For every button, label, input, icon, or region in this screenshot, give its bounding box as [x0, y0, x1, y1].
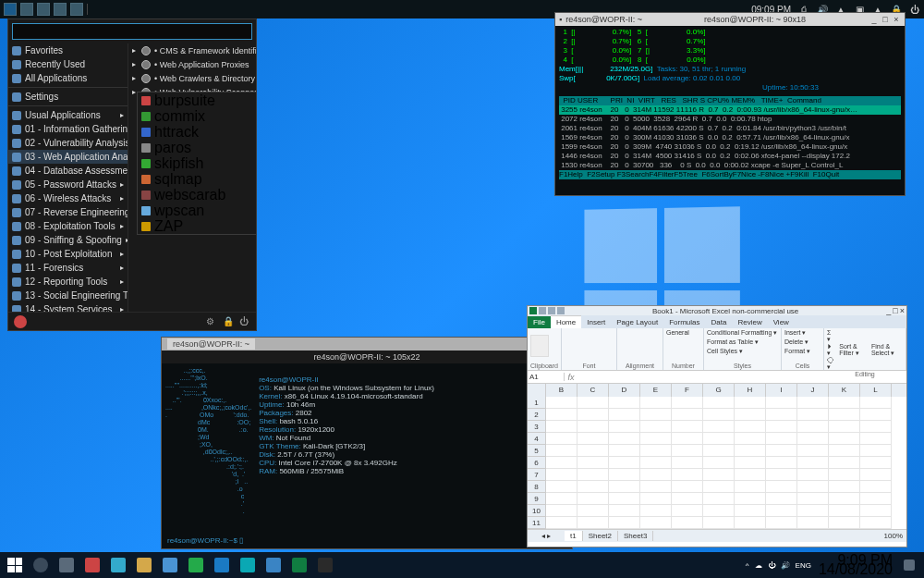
process-row[interactable]: 1599 re4son 20 0 309M 4740 31036 S 0.0 0…	[559, 142, 901, 152]
ribbon-tab[interactable]: Data	[706, 316, 733, 328]
cell[interactable]	[735, 445, 766, 457]
cell[interactable]	[578, 409, 609, 421]
cell[interactable]	[703, 433, 735, 445]
spreadsheet-grid[interactable]: BCDEFGHIJKL 1234567891011	[528, 384, 906, 529]
cell[interactable]	[703, 505, 735, 517]
cell[interactable]	[860, 481, 892, 493]
save-icon[interactable]	[539, 307, 546, 314]
cell[interactable]	[860, 457, 892, 469]
cell[interactable]	[578, 433, 609, 445]
process-row[interactable]: 1530 re4son 20 0 30700 336 0 S 0.0 0.0 0…	[559, 161, 901, 170]
cell[interactable]	[640, 433, 672, 445]
cell[interactable]	[829, 457, 860, 469]
sheet-tab[interactable]: t1	[565, 531, 583, 541]
panel-workspace-1[interactable]	[20, 3, 33, 16]
window-titlebar[interactable]: ▪ re4son@WOPR-II: ~ re4son@WOPR-II: ~ 90…	[555, 13, 905, 26]
cell[interactable]	[797, 481, 829, 493]
cell[interactable]	[609, 481, 640, 493]
app-menu-icon[interactable]	[4, 3, 17, 16]
cell[interactable]	[578, 481, 609, 493]
number-format[interactable]: General	[666, 329, 689, 336]
cell[interactable]	[609, 421, 640, 433]
cell[interactable]	[735, 409, 766, 421]
taskbar-app[interactable]	[209, 554, 235, 576]
menu-tool[interactable]: sqlmap	[138, 171, 256, 187]
menu-tool[interactable]: commix	[138, 108, 256, 124]
taskbar-app[interactable]	[183, 554, 209, 576]
panel-workspace-3[interactable]	[54, 3, 67, 16]
cell[interactable]	[640, 517, 672, 529]
menu-subcategory[interactable]: ▸• Web Application Proxies	[128, 57, 256, 71]
cell[interactable]	[546, 445, 578, 457]
process-row[interactable]: 2061 re4son 20 0 404M 61636 42200 S 0.7 …	[559, 124, 901, 133]
row-header[interactable]: 10	[528, 505, 546, 517]
close-button[interactable]: ×	[892, 15, 901, 24]
menu-category[interactable]: 04 - Database Assessment▸	[8, 164, 128, 178]
maximize-button[interactable]: □	[881, 15, 890, 24]
cell[interactable]	[672, 517, 703, 529]
cell[interactable]	[609, 433, 640, 445]
terminal-tab[interactable]: re4son@WOPR-II: ~	[167, 338, 255, 350]
cell[interactable]	[703, 445, 735, 457]
ribbon-tab[interactable]: File	[528, 316, 551, 328]
cell[interactable]	[672, 493, 703, 505]
cell[interactable]	[578, 493, 609, 505]
cell[interactable]	[609, 445, 640, 457]
taskbar-app[interactable]	[235, 554, 261, 576]
cell[interactable]	[797, 505, 829, 517]
menu-tool[interactable]: ZAP	[138, 218, 256, 234]
col-header[interactable]: B	[546, 384, 578, 397]
cell[interactable]	[860, 517, 892, 529]
menu-category[interactable]: 11 - Forensics▸	[8, 261, 128, 275]
cell[interactable]	[672, 409, 703, 421]
cell[interactable]	[829, 517, 860, 529]
minimize-button[interactable]: _	[869, 15, 879, 24]
ribbon-tab[interactable]: Home	[551, 315, 581, 328]
row-header[interactable]: 2	[528, 409, 546, 421]
cell[interactable]	[860, 409, 892, 421]
menu-category[interactable]: 07 - Reverse Engineering▸	[8, 205, 128, 219]
minimize-button[interactable]: _	[886, 306, 891, 315]
system-tray[interactable]: ^☁⏻🔊ENG	[742, 561, 815, 570]
cell[interactable]	[735, 397, 766, 409]
cell[interactable]	[672, 433, 703, 445]
menu-category[interactable]: 09 - Sniffing & Spoofing▸	[8, 233, 128, 247]
start-button[interactable]	[2, 554, 28, 576]
row-header[interactable]: 11	[528, 517, 546, 529]
cell[interactable]	[640, 505, 672, 517]
cell[interactable]	[829, 397, 860, 409]
tray-icon[interactable]: 🔊	[781, 561, 790, 570]
ribbon-tab[interactable]: Review	[732, 316, 767, 328]
cell[interactable]	[640, 469, 672, 481]
cell[interactable]	[578, 421, 609, 433]
col-header[interactable]: F	[672, 384, 703, 397]
taskbar-app[interactable]	[261, 554, 286, 576]
cell[interactable]	[609, 505, 640, 517]
cell[interactable]	[829, 421, 860, 433]
cell[interactable]	[703, 457, 735, 469]
cond-format-button[interactable]: Conditional Formatting ▾	[707, 329, 777, 337]
cell[interactable]	[735, 493, 766, 505]
cell[interactable]	[546, 433, 578, 445]
cell[interactable]	[546, 505, 578, 517]
menu-category[interactable]: 14 - System Services▸	[8, 302, 128, 312]
menu-tool[interactable]: httrack	[138, 124, 256, 140]
menu-category[interactable]: 01 - Information Gathering▸	[8, 122, 128, 136]
cell[interactable]	[546, 457, 578, 469]
delete-button[interactable]: Delete ▾	[784, 338, 808, 346]
cell[interactable]	[766, 409, 797, 421]
cell[interactable]	[829, 481, 860, 493]
user-avatar-icon[interactable]	[14, 315, 27, 328]
cell[interactable]	[578, 469, 609, 481]
col-header[interactable]: L	[860, 384, 892, 397]
cell[interactable]	[797, 409, 829, 421]
cell[interactable]	[578, 517, 609, 529]
cell[interactable]	[735, 481, 766, 493]
menu-category[interactable]: 05 - Password Attacks▸	[8, 178, 128, 191]
cell[interactable]	[829, 469, 860, 481]
cell[interactable]	[860, 505, 892, 517]
cell[interactable]	[829, 493, 860, 505]
cell[interactable]	[829, 433, 860, 445]
cell[interactable]	[703, 517, 735, 529]
cell[interactable]	[672, 457, 703, 469]
